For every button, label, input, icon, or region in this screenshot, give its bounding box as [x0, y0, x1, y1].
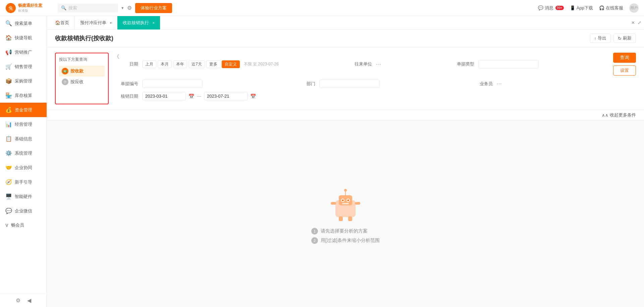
layout: 🔍 搜索菜单 🏠 快捷导航 📢 营销推广 🛒 销售管理 📦 采购管理 🏪 库存核…	[0, 16, 644, 307]
sidebar-item-label: 系统管理	[15, 150, 32, 156]
dept-label: 部门	[297, 81, 315, 87]
industry-btn[interactable]: 体验行业方案	[135, 3, 172, 13]
marketing-icon: 📢	[5, 49, 12, 55]
empty-state: 1 请先选择要分析的方案 2 用[过滤]条件来缩小分析范围	[47, 120, 644, 307]
home-icon: 🏠	[55, 20, 60, 25]
topbar-search[interactable]: 🔍 搜索	[58, 4, 118, 12]
tab-prepay[interactable]: 预付冲应付单 ×	[75, 16, 117, 30]
topbar-center: 🔍 搜索 ▾ ⚙ 体验行业方案	[52, 3, 538, 13]
unit-input-dots[interactable]: ···	[376, 61, 381, 68]
filter-option-by-receivable[interactable]: ⏱ 按应收	[59, 76, 105, 87]
verify-date-start-input[interactable]	[142, 92, 186, 100]
sidebar-item-operations[interactable]: 📊 经营管理	[0, 117, 47, 132]
collapse-more-label: 收起更多条件	[610, 112, 636, 118]
filter-collapse-btn[interactable]: 《	[114, 53, 119, 104]
message-item[interactable]: 💬 消息 99+	[538, 5, 564, 11]
date-btn-this-year[interactable]: 本年	[173, 60, 187, 68]
tab-receivable-close[interactable]: ×	[152, 21, 154, 25]
page-actions: ↑ 导出 ↻ 刷新	[590, 34, 636, 43]
dept-select-wrapper	[319, 80, 380, 88]
collapse-icon: 《	[114, 53, 119, 60]
sidebar-item-hardware[interactable]: 🖥️ 智能硬件	[0, 189, 47, 204]
sidebar-item-search-menu[interactable]: 🔍 搜索菜单	[0, 16, 47, 31]
sidebar-item-marketing[interactable]: 📢 营销推广	[0, 45, 47, 59]
svg-rect-12	[355, 202, 360, 205]
tab-expand-icon[interactable]: ⤢	[638, 20, 641, 25]
dept-select[interactable]	[319, 80, 380, 88]
sidebar-item-system[interactable]: ⚙️ 系统管理	[0, 146, 47, 160]
hint-text-1: 请先选择要分析的方案	[321, 228, 368, 234]
bill-no-label: 单据编号	[119, 81, 138, 87]
svg-rect-8	[342, 203, 349, 204]
sidebar-item-basic-info[interactable]: 📋 基础信息	[0, 132, 47, 146]
sidebar-collapse-icon[interactable]: ◀	[27, 297, 31, 304]
content-area: 按以下方案查询 💵 按收款 ⏱ 按应收 《	[47, 47, 644, 307]
date-btn-this-month[interactable]: 本月	[158, 60, 172, 68]
query-btn[interactable]: 查询	[613, 53, 636, 63]
sidebar: 🔍 搜索菜单 🏠 快捷导航 📢 营销推广 🛒 销售管理 📦 采购管理 🏪 库存核…	[0, 16, 47, 307]
filter-settings-btn[interactable]: 设置	[613, 65, 636, 75]
search-icon: 🔍	[61, 5, 66, 10]
topbar: 兔 畅捷通好生意 标准版 🔍 搜索 ▾ ⚙ 体验行业方案 💬 消息 99+ 📱 …	[0, 0, 644, 16]
svg-rect-11	[331, 202, 336, 205]
staff-label: 业务员	[474, 81, 493, 87]
filter-sidebar-title: 按以下方案查询	[59, 57, 105, 62]
refresh-icon: ↻	[618, 36, 622, 41]
tab-home[interactable]: 🏠 首页	[50, 16, 75, 30]
date-btn-more[interactable]: 更多	[206, 60, 220, 68]
collapse-more-bar: ∧∧ 收起更多条件	[47, 110, 644, 120]
date-btn-7days[interactable]: 近7天	[189, 60, 205, 68]
app-download-label: App下载	[577, 5, 593, 11]
sidebar-item-sales[interactable]: 🛒 销售管理	[0, 59, 47, 74]
hint-text-2: 用[过滤]条件来缩小分析范围	[321, 238, 380, 244]
sidebar-item-wechat[interactable]: 💬 企业微信	[0, 204, 47, 218]
user-avatar[interactable]: 用户	[629, 3, 639, 13]
refresh-label: 刷新	[623, 35, 632, 41]
export-icon: ↑	[594, 36, 597, 41]
online-service-item[interactable]: 🎧 在线客服	[599, 5, 623, 11]
sidebar-item-label: 基础信息	[15, 136, 32, 142]
sidebar-item-label: 畅会员	[11, 222, 24, 228]
sidebar-item-member[interactable]: V 畅会员	[0, 218, 47, 232]
filter-option-by-payment[interactable]: 💵 按收款	[59, 66, 105, 76]
verify-date-end-calendar-icon[interactable]: 📅	[250, 94, 256, 99]
sidebar-item-label: 营销推广	[15, 49, 32, 55]
date-btn-custom[interactable]: 自定义	[222, 60, 240, 68]
svg-rect-13	[339, 216, 343, 221]
bill-no-input[interactable]	[142, 80, 203, 88]
by-receivable-label: 按应收	[70, 79, 84, 85]
sidebar-item-purchase[interactable]: 📦 采购管理	[0, 74, 47, 88]
bill-type-select[interactable]	[478, 60, 539, 68]
empty-illustration	[325, 184, 366, 224]
sidebar-item-guide[interactable]: 🧭 新手引导	[0, 175, 47, 189]
svg-point-7	[347, 200, 349, 201]
filter-row-2: 单据编号 部门 业务员 ···	[119, 80, 636, 88]
tab-prepay-close[interactable]: ×	[110, 21, 112, 25]
sidebar-item-inventory[interactable]: 🏪 库存核算	[0, 88, 47, 103]
sidebar-settings-icon[interactable]: ⚙	[16, 297, 20, 304]
tab-receivable[interactable]: 收款核销执行 ×	[117, 16, 160, 30]
verify-date-label: 核销日期	[119, 93, 138, 99]
sidebar-item-enterprise[interactable]: 🤝 企业协同	[0, 160, 47, 175]
date-hint: 不限 至 2023-07-26	[244, 61, 279, 67]
app-download-item[interactable]: 📱 App下载	[570, 5, 593, 11]
topbar-chevron-icon[interactable]: ▾	[121, 5, 124, 10]
topbar-gear-icon[interactable]: ⚙	[127, 5, 132, 11]
hardware-icon: 🖥️	[5, 193, 12, 200]
page-title: 收款核销执行(按收款)	[55, 34, 113, 42]
export-btn[interactable]: ↑ 导出	[590, 34, 611, 43]
sidebar-item-quick-nav[interactable]: 🏠 快捷导航	[0, 31, 47, 45]
verify-date-start-calendar-icon[interactable]: 📅	[189, 94, 194, 99]
refresh-btn[interactable]: ↻ 刷新	[613, 34, 636, 43]
unit-label: 往来单位	[353, 61, 372, 67]
collapse-more-btn[interactable]: ∧∧ 收起更多条件	[602, 112, 636, 118]
logo-subtext: 标准版	[18, 8, 42, 13]
staff-input-dots[interactable]: ···	[497, 80, 502, 87]
sidebar-item-label: 快捷导航	[15, 35, 32, 41]
bill-type-select-wrapper	[478, 60, 539, 68]
tab-prepay-label: 预付冲应付单	[80, 20, 106, 26]
tab-close-all-icon[interactable]: ✕	[631, 20, 635, 25]
sidebar-item-finance[interactable]: 💰 资金管理	[0, 103, 47, 117]
date-btn-last-month[interactable]: 上月	[142, 60, 156, 68]
verify-date-end-input[interactable]	[204, 92, 248, 100]
